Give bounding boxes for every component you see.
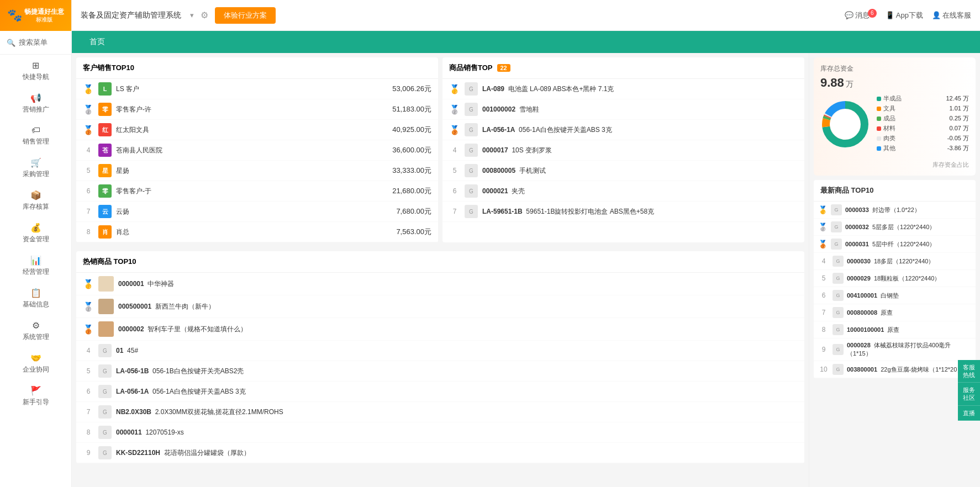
customer-avatar: L	[98, 82, 112, 96]
product-sold-rows: 🥇 G LA-089 电池盖 LA-089 ABS本色+黑种 7.1克 🥈 G …	[442, 79, 804, 222]
rank-num: 5	[83, 167, 94, 174]
rank-num: 8	[83, 428, 94, 436]
phone-icon: 📱	[886, 11, 894, 19]
hot-product-row[interactable]: 7 G NB2.0X30B 2.0X30MM双搓花轴,搓花直径2.1MM/ROH…	[76, 402, 804, 422]
legend-item: 半成品 12.45 万	[877, 94, 969, 103]
new-product-row[interactable]: 5 G 0000029 18颗粒板（1220*2440）	[814, 270, 976, 287]
float-buttons: 客服热线 服务社区 直播	[958, 360, 980, 421]
sidebar-item-purchase[interactable]: 🛒采购管理	[0, 152, 71, 184]
new-product-avatar: G	[831, 221, 842, 232]
new-product-row[interactable]: 🥉 G 0000031 5层中纤（1220*2440）	[814, 236, 976, 253]
customer-row[interactable]: 🥇 L LS 客户 53,006.26元	[76, 79, 438, 99]
product-sold-row[interactable]: 4 G 0000017 10S 变刹罗浆	[442, 140, 804, 161]
hot-product-row[interactable]: 4 G 01 45#	[76, 341, 804, 361]
rank-num: 6	[818, 292, 829, 299]
chart-legend: 半成品 12.45 万 文具 1.01 万 成品 0.25 万 材料 0.07 …	[877, 94, 969, 154]
hot-product-name: 0000001 中华神器	[118, 279, 798, 289]
new-product-row[interactable]: 🥈 G 0000032 5层多层（1220*2440）	[814, 219, 976, 236]
rank-num: 7	[818, 309, 829, 316]
customer-row[interactable]: 🥉 红 红太阳文具 40,925.00元	[76, 120, 438, 140]
new-product-row[interactable]: 9 G 0000028 体械荔枝味苏打饮品400毫升（1*15）	[814, 338, 976, 361]
sidebar-item-finance[interactable]: 💰资金管理	[0, 217, 71, 250]
customer-row[interactable]: 7 云 云扬 7,680.00元	[76, 202, 438, 222]
new-product-row[interactable]: 6 G 004100001 白钢垫	[814, 287, 976, 304]
rank-num: 6	[83, 388, 94, 395]
service-label: 在线客服	[942, 10, 971, 20]
new-product-row[interactable]: 🥇 G 0000033 封边带（1.0*22）	[814, 202, 976, 219]
hot-product-row[interactable]: 🥉 0000002 智利车子里（规格不知道填什么）	[76, 318, 804, 341]
new-product-row[interactable]: 7 G 000800008 原查	[814, 304, 976, 321]
inventory-amount: 9.88	[820, 76, 844, 89]
legend-label: 文具	[883, 104, 947, 113]
new-product-avatar: G	[833, 290, 844, 301]
quick-nav-icon: ⊞	[32, 60, 39, 71]
new-product-row[interactable]: 4 G 0000030 18多层（1220*2440）	[814, 253, 976, 270]
nav-home[interactable]: 首页	[81, 33, 114, 51]
settings-icon[interactable]: ⚙	[201, 10, 208, 20]
hot-product-row[interactable]: 6 G LA-056-1A 056-1A白色按键开关盖ABS 3克	[76, 382, 804, 402]
product-sold-row[interactable]: 🥈 G 001000002 雪地鞋	[442, 99, 804, 120]
new-product-name: 000800008 原查	[847, 309, 971, 317]
rank-num: 4	[83, 146, 94, 154]
guide-label: 新手引导	[23, 398, 49, 407]
message-action[interactable]: 💬 消息 6	[845, 10, 877, 20]
enterprise-label: 企业协同	[23, 365, 49, 374]
product-sold-row[interactable]: 🥉 G LA-056-1A 056-1A白色按键开关盖ABS 3克	[442, 120, 804, 140]
customer-row[interactable]: 🥈 零 零售客户-许 51,183.00元	[76, 99, 438, 120]
customer-row[interactable]: 6 零 零售客户-于 21,680.00元	[76, 181, 438, 202]
customer-row[interactable]: 5 星 星扬 33,333.00元	[76, 161, 438, 181]
product-avatar: G	[98, 344, 112, 357]
rank-medal: 🥉	[83, 324, 94, 335]
customer-row[interactable]: 4 苍 苍南县人民医院 36,600.00元	[76, 140, 438, 161]
rank-num: 5	[83, 367, 94, 375]
rank-num: 5	[818, 274, 829, 282]
sidebar-search[interactable]: 🔍 搜索菜单	[0, 31, 71, 55]
float-live-btn[interactable]: 直播	[958, 406, 980, 421]
legend-label: 肉类	[883, 134, 945, 142]
product-name: LA-59651-1B 59651-1B旋转投影灯电池盒 ABS黑色+58克	[482, 207, 798, 216]
search-menu-button[interactable]: 🔍 搜索菜单	[4, 35, 67, 50]
hot-products-header: 热销商品 TOP10	[76, 251, 804, 273]
service-action[interactable]: 👤 在线客服	[932, 10, 971, 20]
hot-product-row[interactable]: 🥈 000500001 新西兰牛肉（新牛）	[76, 295, 804, 318]
sidebar-item-enterprise[interactable]: 🤝企业协同	[0, 347, 71, 380]
dropdown-arrow-icon[interactable]: ▾	[190, 11, 194, 19]
product-sold-row[interactable]: 🥇 G LA-089 电池盖 LA-089 ABS本色+黑种 7.1克	[442, 79, 804, 99]
new-product-row[interactable]: 10 G 003800001 22g鱼豆腐-烧烤味（1*12*20）	[814, 361, 976, 378]
trial-button[interactable]: 体验行业方案	[215, 7, 276, 24]
legend-label: 材料	[883, 124, 947, 133]
new-products-title: 最新商品 TOP10	[820, 186, 874, 195]
product-img	[98, 276, 114, 292]
sidebar-item-system[interactable]: ⚙系统管理	[0, 315, 71, 347]
product-sold-row[interactable]: 6 G 0000021 夹壳	[442, 181, 804, 202]
hot-product-name: 0000002 智利车子里（规格不知道填什么）	[118, 325, 798, 334]
hot-product-row[interactable]: 9 G KK-SD22110H 花语萌侣温分罐罐袋（厚款）	[76, 443, 804, 463]
float-community-btn[interactable]: 服务社区	[958, 383, 980, 406]
rank-num: 7	[83, 208, 94, 215]
customer-name: 云扬	[116, 207, 392, 216]
new-product-row[interactable]: 8 G 10000100001 原查	[814, 321, 976, 338]
product-sold-row[interactable]: 5 G 000800005 手机测试	[442, 161, 804, 181]
hot-product-name: 0000011 12070519-xs	[116, 428, 798, 436]
rank-medal: 🥇	[83, 84, 94, 94]
sidebar-item-basic[interactable]: 📋基础信息	[0, 282, 71, 315]
hot-product-row[interactable]: 5 G LA-056-1B 056-1B白色按键开关壳ABS2壳	[76, 361, 804, 382]
customer-row[interactable]: 8 肖 肖总 7,563.00元	[76, 222, 438, 242]
sidebar-item-operations[interactable]: 📊经营管理	[0, 250, 71, 282]
sidebar-item-quick-nav[interactable]: ⊞快捷导航	[0, 55, 71, 87]
sidebar-item-guide[interactable]: 🚩新手引导	[0, 380, 71, 412]
content-area: 客户销售TOP10 🥇 L LS 客户 53,006.26元 🥈 零 零售客户-…	[72, 53, 980, 487]
new-products-header: 最新商品 TOP10	[814, 180, 976, 202]
sidebar-item-marketing[interactable]: 📢营销推广	[0, 87, 71, 120]
new-product-avatar: G	[833, 307, 844, 318]
hot-product-row[interactable]: 🥇 0000001 中华神器	[76, 273, 804, 295]
app-download-action[interactable]: 📱 App下载	[886, 10, 923, 20]
float-service-btn[interactable]: 客服热线	[958, 360, 980, 383]
hot-product-name: KK-SD22110H 花语萌侣温分罐罐袋（厚款）	[116, 448, 798, 458]
product-sold-row[interactable]: 7 G LA-59651-1B 59651-1B旋转投影灯电池盒 ABS黑色+5…	[442, 202, 804, 222]
product-avatar: G	[465, 123, 478, 136]
rank-medal: 🥇	[818, 205, 828, 214]
hot-product-row[interactable]: 8 G 0000011 12070519-xs	[76, 422, 804, 443]
sidebar-item-sales[interactable]: 🏷销售管理	[0, 120, 71, 152]
sidebar-item-inventory[interactable]: 📦库存核算	[0, 184, 71, 217]
